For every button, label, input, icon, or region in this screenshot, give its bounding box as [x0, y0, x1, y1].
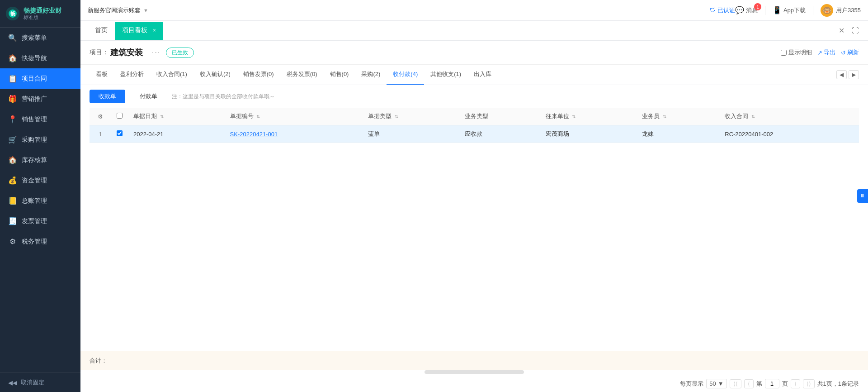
- tab-home[interactable]: 首页: [88, 22, 115, 40]
- th-income-contract[interactable]: 收入合同 ⇅: [719, 108, 859, 125]
- app-download-label: App下载: [783, 6, 806, 14]
- sidebar-item-sales[interactable]: 📍销售管理: [0, 109, 80, 129]
- th-salesman[interactable]: 业务员 ⇅: [637, 108, 719, 125]
- row-partner: 宏茂商场: [540, 125, 637, 143]
- page-prev-btn[interactable]: ⟨: [744, 379, 754, 388]
- page-last-btn[interactable]: ⟩⟩: [803, 379, 815, 388]
- user-avatar: 🐵: [821, 4, 833, 17]
- sidebar-item-quicknav[interactable]: 🏠快捷导航: [0, 48, 80, 68]
- page-size-label: 每页显示: [680, 380, 703, 388]
- user-btn[interactable]: 🐵 用户3355: [821, 4, 861, 17]
- sidebar-item-finance[interactable]: 💰资金管理: [0, 170, 80, 191]
- page-first-btn[interactable]: ⟨⟨: [730, 379, 741, 388]
- row-num: 1: [90, 125, 111, 143]
- th-code[interactable]: 单据编号 ⇅: [225, 108, 363, 125]
- sidebar-item-tax[interactable]: ⚙税务管理: [0, 231, 80, 252]
- export-btn[interactable]: ↗ 导出: [817, 48, 835, 57]
- sub-tab-income-contract[interactable]: 收入合同(1): [150, 65, 193, 85]
- payment-toggle-btn[interactable]: 付款单: [131, 90, 166, 103]
- phone-icon: 📱: [773, 6, 782, 14]
- invoice-icon: 🧾: [8, 217, 17, 225]
- messages-btn[interactable]: 💬 消息 1: [735, 6, 758, 14]
- sidebar-item-label-ledger: 总账管理: [22, 197, 47, 205]
- table-scrollbar[interactable]: [80, 370, 868, 375]
- account-dropdown-icon: ▼: [143, 8, 148, 13]
- tab-home-label: 首页: [95, 26, 108, 33]
- sub-tab-prev[interactable]: ◀: [836, 70, 847, 79]
- page-size-dropdown-icon: ▼: [718, 380, 724, 387]
- sub-tab-profit[interactable]: 盈利分析: [114, 65, 150, 85]
- total-row: 合计：: [80, 351, 868, 370]
- th-type[interactable]: 单据类型 ⇅: [363, 108, 459, 125]
- page-size-selector[interactable]: 50 ▼: [706, 379, 726, 388]
- sidebar-item-contract[interactable]: 📋项目合同: [0, 68, 80, 89]
- sub-tab-purchase[interactable]: 采购(2): [355, 65, 387, 85]
- project-title: 建筑安装: [110, 47, 143, 58]
- toggle-bar: 收款单 付款单 注：这里是与项目关联的全部收付款单哦～: [80, 85, 868, 108]
- page-size-value: 50: [709, 380, 716, 387]
- row-code[interactable]: SK-20220421-001: [225, 125, 363, 143]
- sidebar-item-search[interactable]: 🔍搜索菜单: [0, 28, 80, 48]
- row-code-link[interactable]: SK-20220421-001: [230, 131, 278, 138]
- refresh-btn[interactable]: ↺ 刷新: [841, 48, 859, 57]
- tab-close-icon[interactable]: ×: [153, 27, 156, 33]
- sidebar-item-label-sales: 销售管理: [22, 115, 47, 124]
- sub-tab-next[interactable]: ▶: [849, 70, 859, 79]
- sidebar-item-purchase[interactable]: 🛒采购管理: [0, 129, 80, 150]
- sub-tab-kanban[interactable]: 看板: [90, 65, 114, 85]
- settings-col-header[interactable]: ⚙: [90, 108, 111, 125]
- ledger-icon: 📒: [8, 196, 17, 205]
- export-label: 导出: [824, 48, 835, 57]
- th-biz-type: 业务类型: [459, 108, 540, 125]
- sidebar-item-inventory[interactable]: 🏠库存核算: [0, 150, 80, 170]
- sidebar: 畅 畅捷通好业财 标准版 🔍搜索菜单🏠快捷导航📋项目合同🎁营销推广📍销售管理🛒采…: [0, 0, 80, 392]
- finance-icon: 💰: [8, 176, 17, 185]
- sidebar-item-invoice[interactable]: 🧾发票管理: [0, 211, 80, 231]
- total-label: 合计：: [90, 357, 107, 365]
- row-check[interactable]: [111, 125, 128, 143]
- svg-text:畅: 畅: [10, 11, 15, 16]
- search-icon: 🔍: [8, 33, 17, 42]
- show-detail-checkbox[interactable]: 显示明细: [781, 48, 812, 57]
- sub-tab-sales-invoice[interactable]: 销售发票(0): [237, 65, 280, 85]
- sidebar-item-marketing[interactable]: 🎁营销推广: [0, 89, 80, 109]
- sidebar-scroll: 🔍搜索菜单🏠快捷导航📋项目合同🎁营销推广📍销售管理🛒采购管理🏠库存核算💰资金管理…: [0, 28, 80, 373]
- select-all-checkbox[interactable]: [117, 113, 123, 119]
- th-date[interactable]: 单据日期 ⇅: [128, 108, 225, 125]
- row-salesman: 龙妹: [637, 125, 719, 143]
- check-col-header[interactable]: [111, 108, 128, 125]
- sidebar-item-ledger[interactable]: 📒总账管理: [0, 191, 80, 211]
- sub-tab-tax-invoice[interactable]: 税务发票(0): [280, 65, 324, 85]
- collection-toggle-btn[interactable]: 收款单: [90, 90, 125, 103]
- row-type: 蓝单: [363, 125, 459, 143]
- export-icon: ↗: [817, 49, 822, 56]
- tab-close-btn[interactable]: ✕: [837, 24, 846, 37]
- show-detail-input[interactable]: [781, 50, 787, 56]
- row-checkbox[interactable]: [117, 130, 123, 136]
- sub-tab-other[interactable]: 其他收支(1): [424, 65, 467, 85]
- page-number-input[interactable]: [765, 379, 779, 388]
- sub-tab-sales[interactable]: 销售(0): [324, 65, 355, 85]
- app-download-btn[interactable]: 📱 App下载: [773, 6, 806, 14]
- project-more-btn[interactable]: ···: [152, 48, 160, 57]
- sidebar-item-label-tax: 税务管理: [22, 238, 47, 246]
- purchase-icon: 🛒: [8, 135, 17, 144]
- sub-tab-income-confirm[interactable]: 收入确认(2): [193, 65, 237, 85]
- tab-bar: 首页 项目看板 × ✕ ⛶: [80, 21, 868, 41]
- account-selector[interactable]: 新服务官网演示账套 ▼: [88, 6, 701, 14]
- verified-label: 已认证: [717, 6, 735, 14]
- sub-tab-payment[interactable]: 收付款(4): [387, 65, 424, 85]
- main-area: 新服务官网演示账套 ▼ 🛡 已认证 💬 消息 1 📱 App下载 🐵 用户335…: [80, 0, 868, 392]
- page-next-btn[interactable]: ⟩: [791, 379, 800, 388]
- inventory-icon: 🏠: [8, 156, 17, 164]
- sidebar-footer-unpin[interactable]: ◀◀ 取消固定: [0, 373, 80, 392]
- tab-bar-actions: ✕ ⛶: [837, 24, 861, 37]
- sub-tab-in-out[interactable]: 出入库: [467, 65, 498, 85]
- th-partner[interactable]: 往来单位 ⇅: [540, 108, 637, 125]
- row-date: 2022-04-21: [128, 125, 225, 143]
- side-panel-btn[interactable]: ≡: [857, 189, 868, 203]
- tab-project-board[interactable]: 项目看板 ×: [115, 22, 163, 40]
- tab-expand-btn[interactable]: ⛶: [850, 24, 861, 37]
- row-biz-type: 应收款: [459, 125, 540, 143]
- show-detail-label: 显示明细: [788, 48, 812, 57]
